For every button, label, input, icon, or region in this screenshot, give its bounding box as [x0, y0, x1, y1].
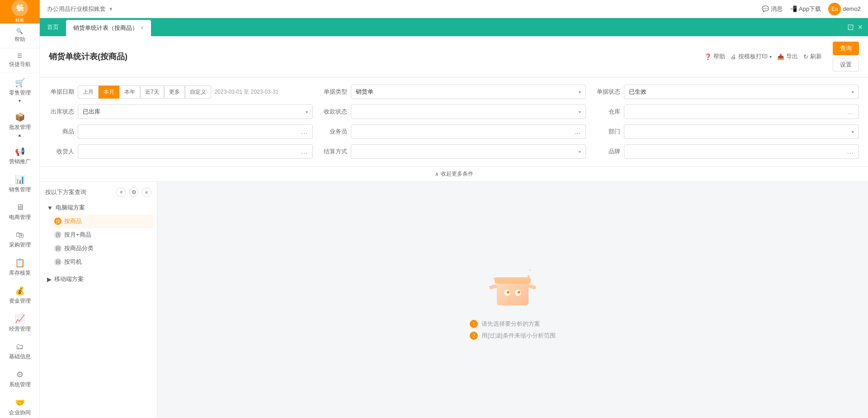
filter-row-3: 商品 … 业务员 … 部门 [49, 124, 859, 139]
out-status-select[interactable]: 已出库 ▾ [78, 104, 313, 119]
sidebar-item-operation[interactable]: 📈 经营管理 [0, 309, 39, 337]
dropdown-icon[interactable]: ▾ [109, 5, 113, 12]
doc-status-select[interactable]: 已生效 ▾ [624, 85, 859, 99]
tree-group-mobile-label[interactable]: ▶ 移动端方案 [43, 272, 153, 286]
sidebar-item-cooperation[interactable]: 🤝 企业协同 [0, 393, 39, 418]
help-btn[interactable]: ❓ 帮助 [704, 52, 725, 61]
query-btn[interactable]: 查询 [833, 42, 859, 55]
retail-arrow: ▾ [19, 98, 21, 103]
filter-doc-type: 单据类型 销货单 ▾ [322, 85, 586, 99]
print-btn[interactable]: 🖨 按模板打印 ▾ [731, 52, 772, 61]
refresh-btn[interactable]: ↻ 刷新 [803, 52, 822, 61]
query-actions: 查询 设置 [827, 42, 859, 71]
wholesale-arrow: ▲ [18, 133, 22, 138]
brand-select[interactable]: … [624, 144, 859, 159]
svg-rect-0 [497, 280, 528, 305]
date-tab-7days[interactable]: 近7天 [140, 86, 164, 99]
sidebar-item-ecommerce[interactable]: 🖥 电商管理 [0, 198, 39, 226]
goods-label: 商品 [49, 128, 74, 136]
avatar: Ea [828, 3, 841, 15]
brand-dots[interactable]: … [847, 147, 854, 156]
dept-select[interactable]: ▾ [624, 124, 859, 139]
salesman-select[interactable]: … [351, 124, 586, 139]
app-download-btn[interactable]: 📲 App下载 [790, 5, 821, 13]
tab-active[interactable]: 销货单统计表（按商品） × [66, 20, 151, 36]
user-profile[interactable]: Ea demo2 [828, 3, 861, 15]
restore-window-icon[interactable]: ⊡ [847, 22, 854, 32]
export-btn[interactable]: 📤 导出 [777, 52, 798, 61]
doc-type-select[interactable]: 销货单 ▾ [351, 85, 586, 99]
cooperation-icon: 🤝 [15, 398, 25, 408]
sidebar-item-sales[interactable]: 📊 销售管理 [0, 170, 39, 198]
message-label: 消息 [771, 5, 783, 13]
sidebar-item-finance[interactable]: 💰 资金管理 [0, 281, 39, 309]
date-tab-last-month[interactable]: 上月 [78, 86, 99, 99]
tree-item-by-driver[interactable]: 回 按司机 [51, 255, 153, 269]
print-dropdown[interactable]: ▾ [769, 54, 772, 59]
date-tab-more[interactable]: 更多 [164, 86, 185, 99]
scheme-settings-btn[interactable]: ⚙ [129, 187, 139, 197]
purchase-icon: 🛍 [16, 230, 24, 240]
sidebar-quick-nav[interactable]: ☰ 快捷导航 [0, 48, 39, 73]
warehouse-select[interactable]: … [624, 104, 859, 119]
svg-text:✦: ✦ [528, 268, 532, 272]
main-area: 办公用品行业模拟账套 ▾ 💬 消息 📲 App下载 Ea demo2 首页 销货… [40, 0, 868, 418]
settings-btn[interactable]: 设置 [833, 58, 859, 71]
add-scheme-btn[interactable]: + [116, 187, 126, 197]
goods-select[interactable]: … [78, 124, 313, 139]
basic-label: 基础信息 [9, 353, 31, 361]
page-header: 销货单统计表(按商品) ❓ 帮助 🖨 按模板打印 ▾ 📤 导出 ↻ 刷新 [40, 36, 868, 77]
collapse-panel-btn[interactable]: « [142, 187, 151, 197]
filter-goods: 商品 … [49, 124, 313, 139]
svg-text:✦: ✦ [526, 273, 531, 280]
sidebar-item-basic[interactable]: 🗂 基础信息 [0, 337, 39, 365]
wholesale-icon: 📦 [15, 112, 25, 122]
page-title: 销货单统计表(按商品) [49, 51, 127, 67]
tree-item-category-label: 按商品分类 [64, 244, 94, 252]
date-tab-this-month[interactable]: 本月 [99, 86, 119, 99]
marketing-label: 营销推广 [9, 158, 31, 166]
tree-item-by-month-goods[interactable]: 历 按月+商品 [51, 228, 153, 242]
goods-dots[interactable]: … [301, 128, 308, 136]
payment-select[interactable]: ▾ [351, 144, 586, 159]
sidebar-item-purchase[interactable]: 🛍 采购管理 [0, 226, 39, 253]
close-window-icon[interactable]: × [858, 23, 863, 32]
marketing-icon: 📢 [15, 147, 25, 157]
tree-group-pc-text: 电脑端方案 [56, 204, 85, 212]
tree-group-pc-label[interactable]: ▼ 电脑端方案 [43, 201, 153, 214]
collection-chevron: ▾ [579, 109, 581, 114]
collection-label: 收款状态 [322, 108, 347, 116]
warehouse-dots[interactable]: … [848, 109, 854, 115]
wholesale-label: 批发管理 [9, 124, 31, 131]
sidebar-item-marketing[interactable]: 📢 营销推广 [0, 142, 39, 170]
filter-panel: 单据日期 上月 本月 本年 近7天 更多 自定义 2023-03-01 至 20… [40, 77, 868, 166]
filter-date: 单据日期 上月 本月 本年 近7天 更多 自定义 2023-03-01 至 20… [49, 86, 313, 99]
tree-item-by-goods[interactable]: 按 按商品 [51, 214, 153, 228]
collapse-bar[interactable]: ∧ 收起更多条件 [40, 166, 868, 182]
message-btn[interactable]: 💬 消息 [762, 5, 783, 13]
date-tab-custom[interactable]: 自定义 [185, 86, 211, 99]
salesman-dots[interactable]: … [574, 128, 581, 136]
collapse-panel-icon: « [145, 189, 148, 195]
sidebar-item-wholesale[interactable]: 📦 批发管理 ▲ [0, 108, 39, 142]
doc-status-chevron: ▾ [852, 90, 854, 95]
empty-tip-2: 2 用[过滤]条件来缩小分析范围 [470, 332, 555, 340]
sidebar-search[interactable]: 🔍 帮助 [0, 24, 39, 48]
body-area: 按以下方案查询 + ⚙ « [40, 182, 868, 418]
tab-close-btn[interactable]: × [141, 25, 144, 31]
date-tab-this-year[interactable]: 本年 [119, 86, 140, 99]
sidebar-item-system[interactable]: ⚙ 系统管理 [0, 365, 39, 393]
empty-state: ✦ ✦ ✦ 1 请先选择要分析的方案 2 用[过滤]条件来缩小分析范围 [157, 182, 868, 418]
tree-item-by-category[interactable]: 回 按商品分类 [51, 242, 153, 255]
sidebar-item-stock[interactable]: 📋 库存核算 [0, 253, 39, 281]
finance-icon: 💰 [15, 286, 25, 296]
filter-warehouse: 仓库 … [595, 104, 859, 119]
doc-status-label: 单据状态 [595, 88, 620, 96]
sidebar: 畅 标账 🔍 帮助 ☰ 快捷导航 🛒 零售管理 ▾ 📦 批发管理 ▲ 📢 营销推… [0, 0, 40, 418]
recipient-select[interactable]: … [78, 144, 313, 159]
dept-label: 部门 [595, 128, 620, 136]
collection-select[interactable]: ▾ [351, 104, 586, 119]
sidebar-item-retail[interactable]: 🛒 零售管理 ▾ [0, 73, 39, 108]
recipient-dots[interactable]: … [301, 147, 308, 156]
tab-home[interactable]: 首页 [40, 18, 66, 36]
